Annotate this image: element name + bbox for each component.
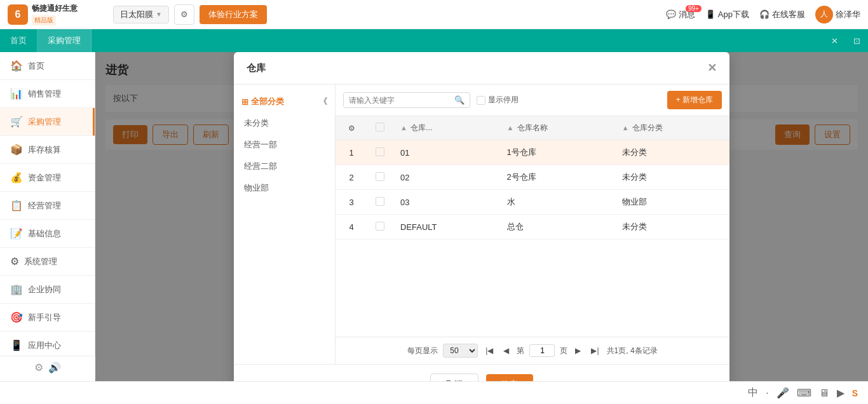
col-name-header[interactable]: ▲ 仓库名称 bbox=[499, 116, 614, 140]
row-name-4: 总仓 bbox=[499, 215, 614, 239]
basic-info-icon: 📝 bbox=[10, 227, 23, 239]
page-last-button[interactable]: ▶| bbox=[588, 345, 601, 356]
search-icon[interactable]: 🔍 bbox=[454, 95, 465, 105]
row-gear-1: 1 bbox=[336, 140, 367, 165]
nav-collapse-button[interactable]: ✕ bbox=[824, 29, 846, 52]
avatar: 人 bbox=[815, 6, 833, 24]
table-row[interactable]: 2 02 2号仓库 未分类 bbox=[336, 165, 729, 190]
modal-sidebar-header: ⊞ 全部分类 《 bbox=[234, 91, 335, 112]
table: ⚙ ▲ 仓库... bbox=[336, 116, 729, 239]
category-item-operations2[interactable]: 经营二部 bbox=[234, 156, 335, 177]
tab-purchase[interactable]: 采购管理 bbox=[37, 29, 92, 52]
row-cb-4[interactable] bbox=[367, 215, 393, 239]
category-item-operations1[interactable]: 经营一部 bbox=[234, 134, 335, 156]
modal-close-button[interactable]: ✕ bbox=[707, 61, 717, 75]
monitor-icon[interactable]: 🖥 bbox=[819, 387, 829, 399]
col-gear-header[interactable]: ⚙ bbox=[336, 116, 367, 140]
row-cb-3[interactable] bbox=[367, 190, 393, 215]
headset-icon: 🎧 bbox=[759, 10, 770, 19]
sidebar-item-inventory[interactable]: 📦 库存核算 bbox=[0, 136, 95, 164]
show-disabled-checkbox[interactable]: 显示停用 bbox=[477, 95, 519, 105]
warehouse-modal: 仓库 ✕ ⊞ 全部分类 《 未分类 bbox=[234, 52, 729, 404]
row-code-2: 02 bbox=[393, 165, 499, 190]
sidebar-item-operations[interactable]: 📋 经营管理 bbox=[0, 192, 95, 220]
microphone-icon[interactable]: 🎤 bbox=[776, 387, 789, 399]
page-input[interactable] bbox=[529, 344, 555, 357]
row-category-4: 未分类 bbox=[614, 215, 729, 239]
row-category-3: 物业部 bbox=[614, 190, 729, 215]
modal-main: 🔍 显示停用 + 新增仓库 bbox=[336, 84, 729, 364]
finance-icon: 💰 bbox=[10, 172, 23, 184]
trial-button[interactable]: 体验行业方案 bbox=[200, 5, 267, 24]
row-name-1: 1号仓库 bbox=[499, 140, 614, 165]
service-item[interactable]: 🎧 在线客服 bbox=[759, 9, 805, 20]
dot-icon: · bbox=[766, 387, 768, 399]
top-header: 6 畅捷通好生意 精品版 日太阳膜 ▼ ⚙ 体验行业方案 💬 消息 99+ 📱 … bbox=[0, 0, 868, 29]
sidebar-item-finance[interactable]: 💰 资金管理 bbox=[0, 164, 95, 192]
category-item-property[interactable]: 物业部 bbox=[234, 177, 335, 199]
col-code-header[interactable]: ▲ 仓库... bbox=[393, 116, 499, 140]
settings-icon[interactable]: ⚙ bbox=[174, 4, 194, 25]
message-item[interactable]: 💬 消息 99+ bbox=[666, 9, 695, 20]
row-code-3: 03 bbox=[393, 190, 499, 215]
keyboard-icon[interactable]: ⌨ bbox=[797, 387, 811, 399]
sidebar-item-guide[interactable]: 🎯 新手引导 bbox=[0, 304, 95, 332]
col-category-header[interactable]: ▲ 仓库分类 bbox=[614, 116, 729, 140]
col-checkbox-header[interactable] bbox=[367, 116, 393, 140]
row-gear-2: 2 bbox=[336, 165, 367, 190]
modal-body: ⊞ 全部分类 《 未分类 经营一部 经营二部 物业部 bbox=[234, 84, 729, 364]
page-prev-button[interactable]: ◀ bbox=[501, 345, 512, 356]
page-first-button[interactable]: |◀ bbox=[483, 345, 496, 356]
table-row[interactable]: 4 DEFAULT 总仓 未分类 bbox=[336, 215, 729, 239]
logo-text: 畅捷通好生意 精品版 bbox=[32, 3, 78, 25]
collapse-icon[interactable]: 《 bbox=[319, 96, 327, 107]
main-layout: 🏠 首页 📊 销售管理 🛒 采购管理 📦 库存核算 💰 资金管理 📋 经营管理 … bbox=[0, 52, 868, 404]
nav-tabs: 首页 采购管理 ✕ ⊡ bbox=[0, 29, 868, 52]
table-header-row: ⚙ ▲ 仓库... bbox=[336, 116, 729, 140]
user-item[interactable]: 人 徐泽华 bbox=[815, 6, 860, 24]
row-cb-1[interactable] bbox=[367, 140, 393, 165]
bottom-taskbar: 中 · 🎤 ⌨ 🖥 ▶ S bbox=[0, 381, 868, 404]
operations-icon: 📋 bbox=[10, 199, 23, 212]
settings-bottom-icon[interactable]: ⚙ bbox=[34, 361, 43, 374]
store-selector[interactable]: 日太阳膜 ▼ bbox=[113, 6, 169, 24]
chinese-input-icon[interactable]: 中 bbox=[748, 386, 758, 400]
warehouse-table: ⚙ ▲ 仓库... bbox=[336, 116, 729, 337]
logo-area: 6 畅捷通好生意 精品版 bbox=[8, 3, 103, 25]
message-badge: 99+ bbox=[686, 5, 702, 12]
sidebar-item-enterprise[interactable]: 🏢 企业协同 bbox=[0, 276, 95, 304]
tab-home[interactable]: 首页 bbox=[0, 29, 37, 52]
volume-icon[interactable]: 🔊 bbox=[48, 361, 61, 374]
modal-header: 仓库 ✕ bbox=[234, 52, 729, 84]
select-all-checkbox bbox=[376, 123, 384, 131]
inventory-icon: 📦 bbox=[10, 144, 23, 156]
row-category-2: 未分类 bbox=[614, 165, 729, 190]
page-next-button[interactable]: ▶ bbox=[573, 345, 583, 356]
table-row[interactable]: 3 03 水 物业部 bbox=[336, 190, 729, 215]
add-warehouse-button[interactable]: + 新增仓库 bbox=[667, 91, 722, 109]
message-icon: 💬 bbox=[666, 10, 676, 19]
grid-icon: ⊞ bbox=[241, 97, 248, 107]
sidebar-item-home[interactable]: 🏠 首页 bbox=[0, 52, 95, 80]
home-icon: 🏠 bbox=[10, 60, 23, 72]
modal-title: 仓库 bbox=[247, 62, 266, 74]
nav-expand-button[interactable]: ⊡ bbox=[846, 29, 868, 52]
logo-icon: 6 bbox=[8, 4, 28, 25]
search-input[interactable] bbox=[349, 96, 454, 105]
content-area: 进货 按以下 打印 导出 刷新 查询 设置 仓库 ✕ bbox=[95, 52, 868, 404]
sidebar-item-basic-info[interactable]: 📝 基础信息 bbox=[0, 220, 95, 248]
row-gear-3: 3 bbox=[336, 190, 367, 215]
sidebar-item-sales[interactable]: 📊 销售管理 bbox=[0, 80, 95, 108]
sidebar-item-system[interactable]: ⚙ 系统管理 bbox=[0, 248, 95, 276]
category-item-unclassified[interactable]: 未分类 bbox=[234, 112, 335, 134]
play-icon[interactable]: ▶ bbox=[837, 387, 844, 399]
page-size-select[interactable]: 50 100 bbox=[443, 344, 478, 358]
phone-icon: 📱 bbox=[705, 10, 715, 19]
row-cb-2[interactable] bbox=[367, 165, 393, 190]
sidebar-item-purchase[interactable]: 🛒 采购管理 bbox=[0, 108, 95, 136]
nav-tab-right: ✕ ⊡ bbox=[824, 29, 868, 52]
app-download-item[interactable]: 📱 App下载 bbox=[705, 9, 749, 20]
row-gear-4: 4 bbox=[336, 215, 367, 239]
modal-toolbar: 🔍 显示停用 + 新增仓库 bbox=[336, 84, 729, 116]
table-row[interactable]: 1 01 1号仓库 未分类 bbox=[336, 140, 729, 165]
